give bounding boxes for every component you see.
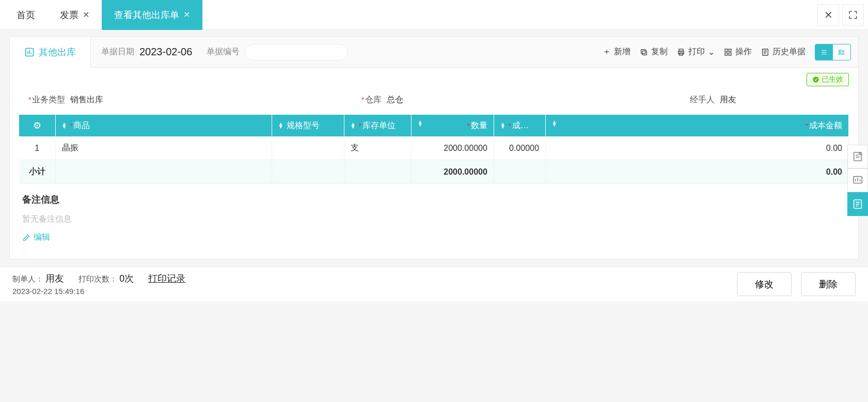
print-count-label: 打印次数： bbox=[78, 274, 117, 283]
print-count-value: 0次 bbox=[119, 273, 134, 284]
doc-date-value: 2023-02-06 bbox=[139, 46, 192, 58]
view-list-button[interactable] bbox=[815, 44, 833, 60]
side-tab-1[interactable] bbox=[847, 145, 868, 168]
tab-home-label: 首页 bbox=[17, 9, 35, 21]
warehouse-label: 仓库 bbox=[365, 95, 382, 104]
remarks-section: 备注信息 暂无备注信息 编辑 bbox=[10, 184, 858, 259]
doc-code-field: 单据编号 bbox=[207, 44, 348, 60]
doc-code-input[interactable] bbox=[245, 44, 348, 60]
history-icon bbox=[761, 48, 769, 56]
sort-icon: ▲▼ bbox=[552, 120, 557, 127]
footer-timestamp: 2023-02-22 15:49:16 bbox=[12, 287, 185, 296]
remarks-placeholder: 暂无备注信息 bbox=[22, 214, 846, 225]
modify-button[interactable]: 修改 bbox=[737, 272, 792, 296]
new-label: 新增 bbox=[614, 47, 630, 57]
chevron-down-icon: ⌄ bbox=[708, 47, 715, 57]
svg-rect-6 bbox=[725, 49, 728, 52]
th-qty[interactable]: ▲▼*数量 bbox=[411, 115, 494, 136]
edit-remarks-button[interactable]: 编辑 bbox=[22, 232, 50, 243]
delete-button[interactable]: 删除 bbox=[801, 272, 856, 296]
subtotal-amount: 0.00 bbox=[545, 160, 848, 184]
chart-icon bbox=[24, 47, 35, 57]
copy-icon bbox=[640, 48, 648, 56]
tab-view-outbound[interactable]: 查看其他出库单 ✕ bbox=[102, 0, 202, 30]
svg-rect-7 bbox=[729, 49, 731, 52]
history-label: 历史单据 bbox=[772, 47, 806, 57]
sort-icon: ▲▼ bbox=[62, 122, 67, 129]
cell-unit: 支 bbox=[344, 136, 411, 160]
subtotal-label: 小计 bbox=[19, 160, 55, 184]
biz-type-value: 销售出库 bbox=[70, 95, 103, 105]
warehouse-value: 总仓 bbox=[387, 95, 403, 105]
view-detail-button[interactable] bbox=[833, 44, 850, 60]
th-spec[interactable]: ▲▼规格型号 bbox=[272, 115, 344, 136]
view-toggle bbox=[815, 44, 851, 60]
doc-code-label: 单据编号 bbox=[207, 47, 240, 57]
gear-icon: ⚙ bbox=[33, 120, 41, 131]
plus-icon: ＋ bbox=[603, 47, 611, 57]
cell-product: 晶振 bbox=[55, 136, 272, 160]
side-tabs bbox=[847, 145, 868, 216]
history-button[interactable]: 历史单据 bbox=[761, 47, 806, 57]
svg-rect-14 bbox=[854, 152, 862, 161]
tab-invoice[interactable]: 发票 ✕ bbox=[48, 0, 102, 30]
operate-button[interactable]: 操作 bbox=[724, 47, 752, 57]
print-icon bbox=[677, 48, 685, 56]
sub-header: 其他出库 单据日期 2023-02-06 单据编号 ＋ 新增 bbox=[10, 37, 858, 68]
svg-rect-12 bbox=[839, 53, 841, 54]
cell-spec bbox=[272, 136, 344, 160]
th-product[interactable]: ▲▼*商品 bbox=[55, 115, 272, 136]
grid-icon bbox=[724, 48, 732, 56]
print-record-link[interactable]: 打印记录 bbox=[148, 272, 185, 285]
th-unit[interactable]: ▲▼*库存单位 bbox=[344, 115, 411, 136]
note-icon bbox=[852, 151, 863, 162]
new-button[interactable]: ＋ 新增 bbox=[603, 47, 630, 57]
operate-label: 操作 bbox=[735, 47, 752, 57]
sort-icon: ▲▼ bbox=[351, 122, 356, 129]
tab-view-outbound-label: 查看其他出库单 bbox=[114, 9, 179, 21]
sub-tab-label: 其他出库 bbox=[39, 46, 76, 58]
cell-amount: 0.00 bbox=[545, 136, 848, 160]
cell-idx: 1 bbox=[19, 136, 55, 160]
edit-icon bbox=[22, 234, 30, 242]
report-icon bbox=[852, 175, 863, 186]
handler-value: 用友 bbox=[720, 95, 736, 105]
th-settings[interactable]: ⚙ bbox=[19, 115, 55, 136]
top-tab-bar: 首页 发票 ✕ 查看其他出库单 ✕ ✕ bbox=[0, 0, 868, 30]
sub-tab-outbound[interactable]: 其他出库 bbox=[10, 37, 91, 68]
data-table: ⚙ ▲▼*商品 ▲▼规格型号 ▲▼*库存单位 ▲▼*数量 ▲▼*成… ▲▼*成本… bbox=[19, 115, 849, 184]
svg-rect-2 bbox=[641, 49, 645, 53]
footer-bar: 制单人： 用友 打印次数： 0次 打印记录 2023-02-22 15:49:1… bbox=[0, 267, 868, 301]
fullscreen-button[interactable] bbox=[842, 4, 864, 26]
biz-type-label: 业务类型 bbox=[32, 95, 65, 104]
svg-rect-1 bbox=[642, 51, 646, 55]
creator-value: 用友 bbox=[45, 273, 64, 284]
edit-label: 编辑 bbox=[34, 232, 50, 243]
remarks-title: 备注信息 bbox=[22, 193, 846, 206]
close-icon[interactable]: ✕ bbox=[183, 10, 190, 20]
side-tab-2[interactable] bbox=[847, 168, 868, 192]
warehouse-field: *仓库 总仓 bbox=[271, 95, 493, 105]
fullscreen-icon bbox=[848, 10, 858, 20]
tab-home[interactable]: 首页 bbox=[4, 0, 48, 30]
creator-label: 制单人： bbox=[12, 274, 43, 283]
th-amount[interactable]: ▲▼*成本金额 bbox=[545, 115, 848, 136]
copy-label: 复制 bbox=[651, 47, 668, 57]
side-tab-3[interactable] bbox=[847, 192, 868, 216]
svg-point-15 bbox=[859, 152, 861, 154]
close-all-button[interactable]: ✕ bbox=[817, 4, 839, 26]
svg-rect-9 bbox=[729, 53, 731, 55]
handler-label: 经手人 bbox=[690, 95, 715, 105]
copy-button[interactable]: 复制 bbox=[640, 47, 668, 57]
svg-point-13 bbox=[813, 76, 819, 83]
form-icon bbox=[852, 198, 863, 210]
svg-rect-8 bbox=[725, 53, 728, 55]
close-icon[interactable]: ✕ bbox=[83, 10, 89, 20]
subtotal-qty: 2000.00000 bbox=[411, 160, 494, 184]
table-row[interactable]: 1 晶振 支 2000.00000 0.00000 0.00 bbox=[19, 136, 849, 160]
biz-type-field: *业务类型 销售出库 bbox=[28, 95, 250, 105]
doc-date-label: 单据日期 bbox=[101, 47, 134, 57]
print-button[interactable]: 打印 ⌄ bbox=[677, 47, 715, 57]
form-row: *业务类型 销售出库 *仓库 总仓 经手人 用友 bbox=[10, 91, 858, 115]
th-cost[interactable]: ▲▼*成… bbox=[494, 115, 545, 136]
